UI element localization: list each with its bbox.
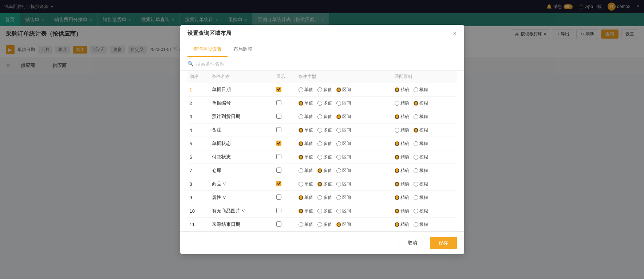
col-order: 顺序 [187, 71, 210, 74]
table-header-row: 顺序 条件名称 显示 条件类型 匹配原则 [187, 71, 457, 74]
conditions-table: 顺序 条件名称 显示 条件类型 匹配原则 1单据日期单值多值区间精确模糊2单据编… [187, 71, 457, 74]
settings-modal: 设置查询区域布局 × 查询字段设置 布局调整 🔍 [180, 25, 464, 74]
col-display: 显示 [274, 71, 296, 74]
modal-title: 设置查询区域布局 [187, 30, 231, 37]
modal-tabs: 查询字段设置 布局调整 [180, 42, 464, 57]
tab-layout[interactable]: 布局调整 [228, 42, 258, 57]
modal-close-button[interactable]: × [453, 30, 457, 37]
col-name: 条件名称 [210, 71, 274, 74]
search-icon: 🔍 [187, 61, 194, 67]
col-match: 匹配原则 [392, 71, 457, 74]
modal-overlay: 设置查询区域布局 × 查询字段设置 布局调整 🔍 [0, 0, 644, 74]
modal-header: 设置查询区域布局 × [180, 25, 464, 42]
search-input[interactable] [196, 61, 457, 67]
modal-table-wrap: 顺序 条件名称 显示 条件类型 匹配原则 1单据日期单值多值区间精确模糊2单据编… [180, 71, 464, 74]
modal-search-area: 🔍 [180, 57, 464, 71]
tab-fields[interactable]: 查询字段设置 [187, 42, 228, 57]
modal-body: 查询字段设置 布局调整 🔍 顺序 条件名称 显示 [180, 42, 464, 74]
col-type: 条件类型 [296, 71, 392, 74]
